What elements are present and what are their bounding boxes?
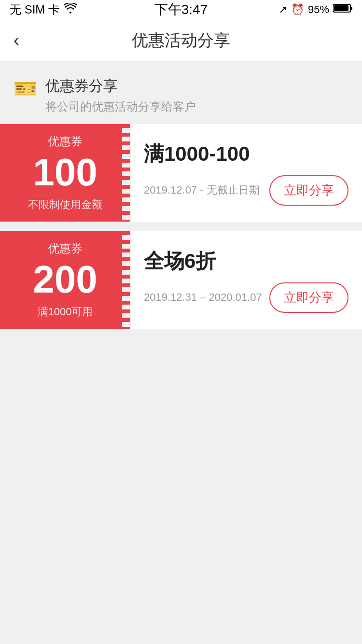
status-right: ↗ ⏰ 95% [278, 3, 352, 16]
svg-rect-1 [350, 7, 352, 10]
wifi-icon [64, 3, 77, 16]
coupon-label-2: 优惠券 [48, 241, 83, 256]
carrier-text: 无 SIM 卡 [10, 2, 60, 17]
coupon-right-1: 满1000-100 2019.12.07 - 无截止日期 立即分享 [130, 124, 362, 222]
section-title: 优惠券分享 [45, 76, 196, 96]
share-button-1[interactable]: 立即分享 [269, 175, 348, 206]
coupon-condition-2: 满1000可用 [38, 305, 93, 319]
section-text: 优惠券分享 将公司的优惠活动分享给客户 [45, 76, 196, 114]
coupon-left-1: 优惠券 100 不限制使用金额 [0, 124, 130, 222]
location-icon: ↗ [278, 3, 287, 16]
nav-bar: ‹ 优惠活动分享 [0, 19, 362, 62]
coupon-name-1: 满1000-100 [144, 140, 348, 168]
back-button[interactable]: ‹ [14, 30, 19, 51]
coupon-amount-2: 200 [33, 260, 97, 299]
coupon-label-1: 优惠券 [48, 134, 83, 149]
coupon-icon: 🎫 [14, 77, 38, 100]
coupon-footer-1: 2019.12.07 - 无截止日期 立即分享 [144, 175, 348, 206]
coupon-condition-1: 不限制使用金额 [28, 197, 102, 212]
battery-text: 95% [308, 3, 329, 16]
page-title: 优惠活动分享 [132, 29, 230, 52]
coupon-name-2: 全场6折 [144, 248, 348, 275]
alarm-icon: ⏰ [291, 3, 304, 16]
coupon-date-2: 2019.12.31 – 2020.01.07 [144, 291, 265, 304]
coupons-container: 优惠券 100 不限制使用金额 满1000-100 2019.12.07 - 无… [0, 124, 362, 353]
section-header: 🎫 优惠券分享 将公司的优惠活动分享给客户 [0, 62, 362, 124]
coupon-card-2: 优惠券 200 满1000可用 全场6折 2019.12.31 – 2020.0… [0, 231, 362, 329]
coupon-card-1: 优惠券 100 不限制使用金额 满1000-100 2019.12.07 - 无… [0, 124, 362, 222]
battery-icon [333, 3, 352, 16]
svg-rect-2 [334, 5, 348, 11]
status-time: 下午3:47 [154, 0, 208, 19]
status-bar: 无 SIM 卡 下午3:47 ↗ ⏰ 95% [0, 0, 362, 19]
status-left: 无 SIM 卡 [10, 2, 77, 17]
coupon-date-1: 2019.12.07 - 无截止日期 [144, 183, 265, 197]
coupon-left-2: 优惠券 200 满1000可用 [0, 231, 130, 329]
coupon-footer-2: 2019.12.31 – 2020.01.07 立即分享 [144, 282, 348, 313]
coupon-right-2: 全场6折 2019.12.31 – 2020.01.07 立即分享 [130, 231, 362, 329]
page-background [0, 353, 362, 643]
share-button-2[interactable]: 立即分享 [269, 282, 348, 313]
section-subtitle: 将公司的优惠活动分享给客户 [45, 99, 196, 114]
coupon-amount-1: 100 [33, 153, 97, 192]
